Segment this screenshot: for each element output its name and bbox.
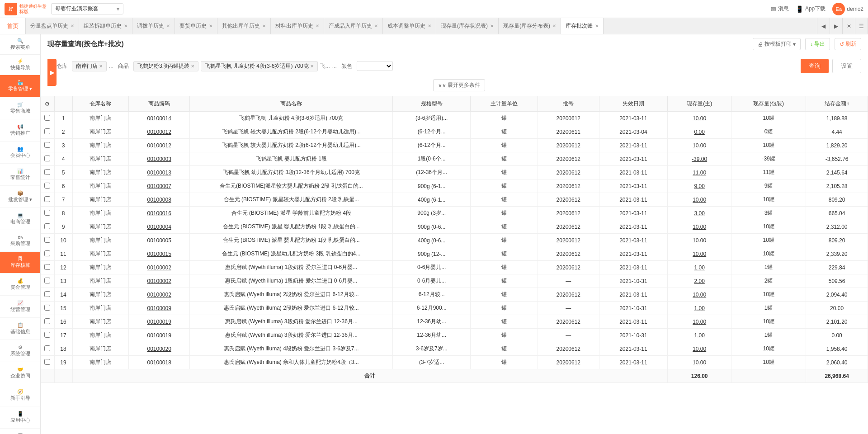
row-qty-main[interactable]: 10.00 [668, 234, 731, 247]
row-qty-main[interactable]: 10.00 [668, 288, 731, 302]
row-checkbox[interactable] [44, 156, 50, 161]
refresh-btn[interactable]: ↺ 刷新 [835, 38, 861, 50]
print-btn[interactable]: 🖨 按模板打印 ▾ [753, 38, 801, 50]
row-qty-main[interactable]: 1.00 [668, 302, 731, 315]
row-checkbox[interactable] [44, 264, 50, 270]
tab-prev-btn[interactable]: ◀ [817, 18, 830, 34]
expand-more-btn[interactable]: ∨∨ 展开更多条件 [433, 79, 485, 91]
sidebar-item-basics[interactable]: 📋 基础信息 [0, 318, 40, 340]
tab-xianzai-fenbei[interactable]: 现存量(库存分布表) ✕ [499, 18, 561, 34]
row-qty-main[interactable]: 9.00 [668, 179, 731, 193]
sidebar-item-system[interactable]: ⚙ 系统管理 [0, 340, 40, 362]
sidebar-item-app-center[interactable]: 📱 应用中心 [0, 406, 40, 429]
row-code[interactable]: 00100002 [128, 261, 189, 274]
color-select[interactable] [357, 61, 393, 71]
sidebar-item-retail-stats[interactable]: 📊 零售统计 [0, 164, 40, 186]
user-profile[interactable]: Ea demo2 [832, 3, 863, 15]
row-code[interactable]: 00100014 [128, 112, 189, 125]
row-code[interactable]: 00100019 [128, 315, 189, 329]
tab-yao-huo[interactable]: 要货单历史 ✕ [175, 18, 217, 34]
row-checkbox[interactable] [44, 210, 50, 216]
row-qty-main[interactable]: 0.00 [668, 125, 731, 139]
row-checkbox-cell[interactable] [41, 302, 54, 315]
row-qty-main[interactable]: 3.00 [668, 207, 731, 220]
row-qty-main[interactable]: 10.00 [668, 193, 731, 207]
query-btn[interactable]: 查询 [801, 59, 829, 73]
tab-next-btn[interactable]: ▶ [830, 18, 843, 34]
sidebar-search[interactable]: 🔍 搜索英单 [0, 34, 40, 55]
row-checkbox-cell[interactable] [41, 166, 54, 179]
row-checkbox[interactable] [44, 115, 50, 121]
sidebar-item-finance[interactable]: 💰 资金管理 [0, 274, 40, 296]
row-checkbox[interactable] [44, 128, 50, 134]
row-checkbox[interactable] [44, 345, 50, 351]
row-qty-main[interactable]: 1.00 [668, 329, 731, 342]
sidebar-expand-btn[interactable]: ▶ [47, 59, 57, 86]
warehouse-tag[interactable]: 南岸门店 ✕ [72, 61, 107, 71]
product-tag-2-remove-icon[interactable]: ✕ [310, 64, 314, 69]
row-code[interactable]: 00100019 [128, 329, 189, 342]
row-checkbox-cell[interactable] [41, 152, 54, 166]
tab-qita[interactable]: 其他出库单历史 ✕ [217, 18, 271, 34]
row-checkbox[interactable] [44, 291, 50, 297]
tab-close-icon[interactable]: ✕ [316, 24, 319, 28]
tab-close-icon[interactable]: ✕ [71, 24, 74, 28]
tab-close-icon[interactable]: ✕ [209, 24, 212, 28]
tab-close-icon[interactable]: ✕ [374, 24, 378, 28]
product-tag-2[interactable]: 飞鹤星飞帆 儿童奶粉 4段(3-6岁适用) 700克 ✕ [201, 61, 318, 71]
row-checkbox-cell[interactable] [41, 207, 54, 220]
product-filter-more[interactable]: 飞... [320, 62, 330, 70]
row-qty-main[interactable]: 10.00 [668, 139, 731, 152]
row-code[interactable]: 00100013 [128, 166, 189, 179]
row-code[interactable]: 00100018 [128, 356, 189, 369]
row-checkbox-cell[interactable] [41, 139, 54, 152]
tab-xianzai-kucun[interactable]: 现存量(库存状况表) ✕ [436, 18, 499, 34]
tab-close-icon[interactable]: ✕ [262, 24, 266, 28]
tab-close-icon[interactable]: ✕ [490, 24, 494, 28]
sidebar-item-wholesale[interactable]: 📦 批发管理 ▾ [0, 186, 40, 208]
row-code[interactable]: 00100003 [128, 152, 189, 166]
sidebar-item-member[interactable]: 👥 会员中心 [0, 142, 40, 164]
tab-close-icon[interactable]: ✕ [595, 24, 599, 28]
row-qty-main[interactable]: 10.00 [668, 247, 731, 261]
row-qty-main[interactable]: 1.00 [668, 261, 731, 274]
row-qty-main[interactable]: -39.00 [668, 152, 731, 166]
row-checkbox-cell[interactable] [41, 193, 54, 207]
row-qty-main[interactable]: 10.00 [668, 220, 731, 234]
warehouse-filter-more[interactable]: ... [109, 63, 113, 69]
row-code[interactable]: 00100007 [128, 179, 189, 193]
setting-btn[interactable]: 设置 [832, 59, 861, 73]
row-qty-main[interactable]: 10.00 [668, 112, 731, 125]
row-qty-main[interactable]: 2.00 [668, 274, 731, 288]
row-checkbox-cell[interactable] [41, 274, 54, 288]
row-checkbox-cell[interactable] [41, 315, 54, 329]
sidebar-item-retail[interactable]: 🏪 零售管理 ▾ [0, 75, 40, 97]
workspace-selector[interactable]: 母婴行业演示账套 ▾ [51, 3, 123, 14]
row-checkbox-cell[interactable] [41, 112, 54, 125]
row-checkbox-cell[interactable] [41, 234, 54, 247]
row-code[interactable]: 00100015 [128, 247, 189, 261]
row-checkbox[interactable] [44, 196, 50, 202]
row-qty-main[interactable]: 10.00 [668, 356, 731, 369]
tab-home[interactable]: 首页 [0, 18, 26, 34]
sidebar-item-marketing[interactable]: 📢 营销推广 [0, 119, 40, 142]
row-checkbox-cell[interactable] [41, 247, 54, 261]
row-code[interactable]: 00100002 [128, 288, 189, 302]
sidebar-item-operations[interactable]: 📈 经营管理 [0, 296, 40, 318]
tab-close-icon[interactable]: ✕ [124, 24, 127, 28]
row-code[interactable]: 00100004 [128, 220, 189, 234]
tab-chanpin[interactable]: 产成品入库单历史 ✕ [324, 18, 383, 34]
row-checkbox-cell[interactable] [41, 329, 54, 342]
row-qty-main[interactable]: 10.00 [668, 342, 731, 356]
row-checkbox[interactable] [44, 237, 50, 243]
sidebar-item-ecom[interactable]: 💻 电商管理 [0, 208, 40, 230]
row-code[interactable]: 00100020 [128, 342, 189, 356]
tab-tiao-bo[interactable]: 调拨单历史 ✕ [132, 18, 175, 34]
row-checkbox[interactable] [44, 278, 50, 283]
sidebar-item-retail-shop[interactable]: 🛒 零售商城 [0, 97, 40, 119]
th-setting[interactable]: ⚙ [41, 96, 54, 112]
tab-kucun-pici[interactable]: 库存批次账 ✕ [561, 18, 604, 34]
tab-fen-pan[interactable]: 分量盘点单历史 ✕ [26, 18, 79, 34]
tab-cailiao[interactable]: 材料出库单历史 ✕ [271, 18, 324, 34]
sidebar-item-enterprise[interactable]: 🤝 企业协同 [0, 362, 40, 384]
